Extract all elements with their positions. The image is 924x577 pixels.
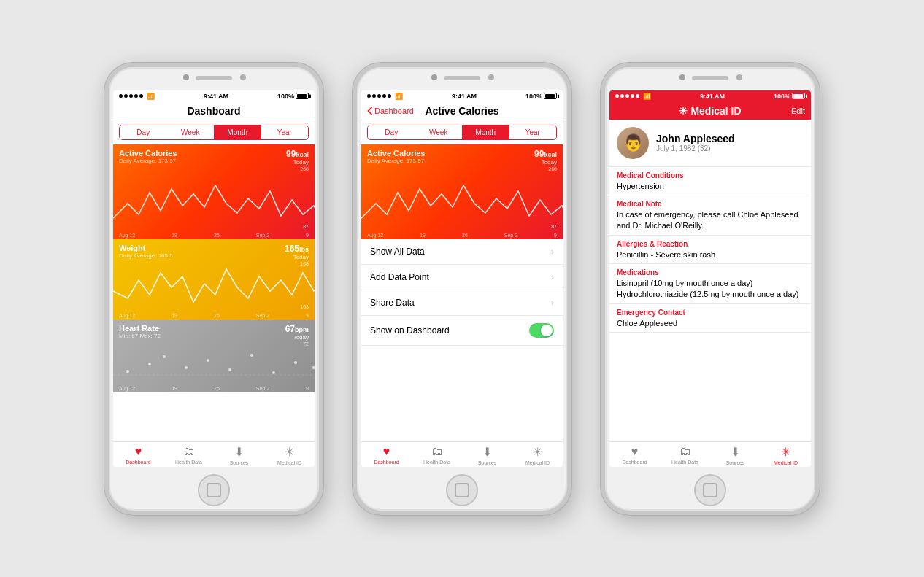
medications-title: Medications: [609, 264, 811, 278]
edit-button[interactable]: Edit: [791, 107, 805, 115]
show-on-dashboard-item[interactable]: Show on Dashboard: [361, 316, 563, 346]
active-calories-date-1: Today: [293, 159, 309, 166]
heart-rate-subtitle-1: Min: 67 Max: 72: [119, 333, 309, 339]
svg-point-8: [250, 354, 253, 357]
medical-note-title: Medical Note: [609, 195, 811, 209]
phone-3: 📶 9:41 AM 100% ✳ Medical ID Edit 👨 John …: [601, 63, 820, 515]
conditions-title: Medical Conditions: [609, 167, 811, 181]
signal-dot-2: [124, 94, 128, 98]
tab-dashboard-2[interactable]: ♥ Dashboard: [361, 445, 412, 465]
signal-dot-5: [139, 94, 143, 98]
segment-week-2[interactable]: Week: [415, 125, 463, 139]
active-calories-title-2: Active Calories: [367, 149, 557, 158]
medical-id-title: ✳ Medical ID: [679, 105, 741, 117]
allergies-content: Penicillin - Severe skin rash: [609, 249, 811, 264]
tab-sources-1[interactable]: ⬇ Sources: [214, 445, 264, 465]
segment-day-2[interactable]: Day: [368, 125, 415, 139]
tab-bar-2: ♥ Dashboard 🗂 Health Data ⬇ Sources ✳ Me…: [361, 441, 563, 467]
tab-dashboard-1[interactable]: ♥ Dashboard: [113, 445, 163, 465]
tab-health-label-1: Health Data: [175, 460, 202, 465]
asterisk-icon: ✳: [679, 105, 688, 117]
share-data-label: Share Data: [370, 298, 415, 308]
tab-dashboard-3[interactable]: ♥ Dashboard: [609, 445, 660, 465]
allergies-title: Allergies & Reaction: [609, 236, 811, 249]
segment-month-1[interactable]: Month: [214, 125, 261, 139]
tab-health-1[interactable]: 🗂 Health Data: [163, 445, 214, 465]
signal-bars-2: 📶: [367, 93, 403, 100]
active-calories-chart-2: Active Calories Daily Average: 173.97 99…: [361, 144, 563, 239]
show-on-dashboard-label: Show on Dashboard: [370, 325, 450, 336]
phone-1: 📶 9:41 AM 100% Dashboard Day Week Month …: [104, 63, 323, 515]
svg-point-6: [207, 359, 209, 362]
share-data-item[interactable]: Share Data ›: [361, 290, 563, 316]
show-all-data-item[interactable]: Show All Data ›: [361, 239, 563, 265]
weight-chart-1: Weight Daily Average: 165.5 165lbs Today…: [113, 239, 315, 320]
segment-year-1[interactable]: Year: [261, 125, 309, 139]
tab-sources-2[interactable]: ⬇ Sources: [462, 445, 512, 465]
tab-sources-3[interactable]: ⬇ Sources: [710, 445, 761, 465]
chart-max-2: 268: [548, 166, 557, 171]
segment-control-1[interactable]: Day Week Month Year: [119, 125, 309, 140]
active-calories-svg-1: [113, 178, 315, 229]
segment-year-2[interactable]: Year: [509, 125, 557, 139]
show-on-dashboard-toggle[interactable]: [529, 323, 554, 338]
heart-rate-chart-1: Heart Rate Min: 67 Max: 72 67bpm Today 7…: [113, 320, 315, 392]
tab-medical-3[interactable]: ✳ Medical ID: [761, 445, 811, 465]
home-button-3[interactable]: [694, 474, 726, 506]
svg-point-10: [294, 361, 297, 364]
emergency-contact-title: Emergency Contact: [609, 304, 811, 318]
active-calories-chart-1: Active Calories Daily Average: 173.97 99…: [113, 144, 315, 239]
medical-id-label: Medical ID: [690, 105, 741, 117]
home-button-2[interactable]: [446, 474, 478, 506]
health-icon-1: 🗂: [183, 445, 195, 458]
heart-rate-title-1: Heart Rate: [119, 324, 309, 333]
medical-icon-2: ✳: [533, 445, 542, 459]
status-time: 9:41 AM: [204, 93, 228, 100]
active-calories-axis-1: Aug 121926Sep 29: [119, 233, 309, 238]
avatar: 👨: [617, 127, 649, 159]
svg-point-11: [312, 366, 315, 369]
home-button-1[interactable]: [198, 474, 230, 506]
back-button-2[interactable]: Dashboard: [367, 107, 414, 115]
chart-axis-2: Aug 121926Sep 29: [367, 233, 557, 238]
tab-medical-label-3: Medical ID: [774, 460, 798, 465]
nav-title-2: Active Calories: [425, 105, 498, 117]
segment-month-2[interactable]: Month: [462, 125, 509, 139]
tab-medical-2[interactable]: ✳ Medical ID: [512, 445, 563, 465]
dashboard-icon-2: ♥: [383, 445, 390, 458]
active-calories-title-1: Active Calories: [119, 149, 309, 158]
status-time-3: 9:41 AM: [700, 93, 725, 100]
screen-3: 📶 9:41 AM 100% ✳ Medical ID Edit 👨 John …: [609, 90, 811, 467]
segment-control-2[interactable]: Day Week Month Year: [367, 125, 557, 140]
add-data-point-item[interactable]: Add Data Point ›: [361, 265, 563, 290]
status-bar-2: 📶 9:41 AM 100%: [361, 90, 563, 102]
svg-point-3: [148, 363, 151, 365]
weight-svg-1: [113, 258, 315, 309]
battery-percent-2: 100%: [525, 93, 542, 100]
tab-dashboard-label-3: Dashboard: [622, 460, 647, 465]
medical-icon-1: ✳: [285, 445, 294, 459]
active-calories-value-2: 99kcal: [534, 149, 557, 159]
weight-value-1: 165lbs: [285, 244, 309, 254]
back-label-2: Dashboard: [374, 107, 414, 115]
front-camera-3: [679, 74, 685, 80]
tab-health-3[interactable]: 🗂 Health Data: [660, 445, 710, 465]
tab-health-2[interactable]: 🗂 Health Data: [412, 445, 462, 465]
medical-content: Medical Conditions Hypertension Medical …: [609, 167, 811, 441]
battery-indicator: 100%: [277, 93, 309, 100]
segment-week-1[interactable]: Week: [167, 125, 215, 139]
emergency-contact-content: Chloe Appleseed: [609, 318, 811, 333]
wifi-icon-3: 📶: [643, 93, 651, 100]
front-camera: [183, 74, 189, 80]
screen-1: 📶 9:41 AM 100% Dashboard Day Week Month …: [113, 90, 315, 467]
tab-dashboard-label-1: Dashboard: [126, 460, 150, 465]
heart-rate-value-1: 67bpm: [285, 324, 309, 334]
segment-day-1[interactable]: Day: [120, 125, 167, 139]
wifi-icon-2: 📶: [395, 93, 403, 100]
medications-content: Lisinopril (10mg by mouth once a day) Hy…: [609, 278, 811, 304]
phone-2: 📶 9:41 AM 100% Dashboard Active Calories…: [353, 63, 571, 515]
tab-bar-3: ♥ Dashboard 🗂 Health Data ⬇ Sources ✳ Me…: [609, 441, 811, 467]
svg-point-7: [228, 368, 231, 371]
tab-dashboard-label-2: Dashboard: [374, 460, 399, 465]
tab-medical-1[interactable]: ✳ Medical ID: [264, 445, 315, 465]
